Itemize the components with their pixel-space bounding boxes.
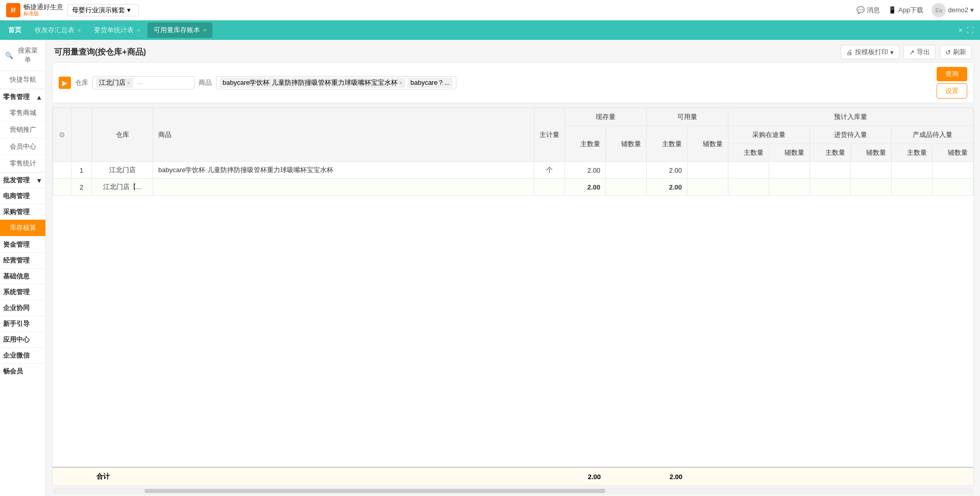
sidebar-section-retail[interactable]: 零售管理 ▲ bbox=[0, 89, 45, 105]
sidebar-section-app-center[interactable]: 应用中心 bbox=[0, 332, 45, 347]
sidebar-section-finance[interactable]: 资金管理 bbox=[0, 237, 45, 252]
sidebar-section-purchase[interactable]: 采购管理 bbox=[0, 204, 45, 220]
row2-production-aux bbox=[933, 179, 973, 196]
product-label: 商品 bbox=[199, 78, 212, 87]
nav-close-button[interactable]: × bbox=[959, 26, 963, 34]
row2-available-main: 2.00 bbox=[647, 179, 688, 196]
main-layout: 🔍 搜索菜单 快捷导航 零售管理 ▲ 零售商城 营销推广 会员中心 零售统计 批… bbox=[0, 40, 980, 496]
avatar: Ea bbox=[932, 3, 946, 17]
arrow-right-icon: ▶ bbox=[62, 79, 67, 87]
sidebar-section-wholesale[interactable]: 批发管理 ▼ bbox=[0, 172, 45, 188]
row2-production-main bbox=[892, 179, 933, 196]
page-header: 可用量查询(按仓库+商品) 🖨 按模板打印 ▾ ↗ 导出 ↺ 刷新 bbox=[46, 40, 980, 62]
nav-expand-button[interactable]: ⛶ bbox=[967, 26, 974, 34]
sidebar-item-retail-mall[interactable]: 零售商城 bbox=[0, 105, 45, 122]
th-available-aux: 辅数量 bbox=[688, 126, 728, 162]
row2-product bbox=[153, 179, 534, 196]
filter-toggle-button[interactable]: ▶ bbox=[59, 77, 71, 89]
content-area: 可用量查询(按仓库+商品) 🖨 按模板打印 ▾ ↗ 导出 ↺ 刷新 bbox=[46, 40, 980, 496]
table-container: ⚙ 仓库 商品 主计量 现存量 可用量 预计入库量 主数量 辅数量 主数量 bbox=[52, 107, 974, 467]
top-bar-left: 好 畅捷通好生意 标准版 母婴行业演示账套 ▾ bbox=[6, 3, 139, 17]
industry-select[interactable]: 母婴行业演示账套 ▾ bbox=[67, 4, 139, 16]
top-bar: 好 畅捷通好生意 标准版 母婴行业演示账套 ▾ 💬 消息 📱 App下载 Ea … bbox=[0, 0, 980, 20]
logo-area: 好 畅捷通好生意 标准版 bbox=[6, 3, 63, 17]
logo-text: 畅捷通好生意 标准版 bbox=[23, 3, 63, 17]
gear-icon[interactable]: ⚙ bbox=[59, 131, 65, 139]
sidebar-item-quick-nav[interactable]: 快捷导航 bbox=[0, 71, 45, 89]
sidebar-section-basic[interactable]: 基础信息 bbox=[0, 268, 45, 284]
table-footer: 合计 2.00 2.00 bbox=[52, 467, 974, 486]
message-button[interactable]: 💬 消息 bbox=[856, 6, 880, 15]
horizontal-scrollbar[interactable] bbox=[52, 488, 974, 494]
chevron-down-icon: ▾ bbox=[970, 6, 974, 14]
scroll-thumb[interactable] bbox=[144, 489, 605, 493]
settings-button[interactable]: 设置 bbox=[937, 83, 967, 99]
export-icon: ↗ bbox=[909, 49, 915, 56]
refresh-icon: ↺ bbox=[945, 49, 951, 56]
th-production-group: 产成品待入量 bbox=[892, 126, 973, 144]
sidebar: 🔍 搜索菜单 快捷导航 零售管理 ▲ 零售商城 营销推广 会员中心 零售统计 批… bbox=[0, 40, 46, 496]
export-button[interactable]: ↗ 导出 bbox=[903, 45, 936, 59]
query-button[interactable]: 查询 bbox=[937, 67, 967, 81]
tab-order-stat-close[interactable]: × bbox=[137, 27, 140, 33]
table-row: 1 江北门店 babycare学饮杯 儿童防摔防撞吸管杯重力球吸嘴杯宝宝水杯 个… bbox=[53, 162, 973, 179]
sidebar-item-retail-promotion[interactable]: 营销推广 bbox=[0, 122, 45, 138]
print-button[interactable]: 🖨 按模板打印 ▾ bbox=[841, 45, 899, 59]
product-tag-1: babycare学饮杯 儿童防摔防撞吸管杯重力球吸嘴杯宝宝水杯 × bbox=[219, 78, 405, 88]
th-gear: ⚙ bbox=[53, 108, 71, 162]
row2-incoming-aux bbox=[851, 179, 892, 196]
user-menu[interactable]: Ea demo2 ▾ bbox=[932, 3, 974, 17]
warehouse-filter-input[interactable]: 江北门店 × ··· bbox=[92, 76, 194, 89]
sidebar-section-ecom[interactable]: 电商管理 bbox=[0, 188, 45, 204]
tab-receivable-close[interactable]: × bbox=[78, 27, 81, 33]
tab-order-stat[interactable]: 要货单统计表 × bbox=[88, 22, 146, 38]
tab-receivable-label: 收发存汇总表 bbox=[35, 26, 75, 35]
row2-purchase-aux bbox=[769, 179, 810, 196]
th-available-main: 主数量 bbox=[647, 126, 688, 162]
chevron-down-icon: ▾ bbox=[127, 6, 131, 14]
row2-no: 2 bbox=[71, 179, 92, 196]
download-icon: 📱 bbox=[888, 6, 896, 14]
tab-receivable[interactable]: 收发存汇总表 × bbox=[29, 22, 87, 38]
product-filter-input[interactable]: babycare学饮杯 儿童防摔防撞吸管杯重力球吸嘴杯宝宝水杯 × babyca… bbox=[216, 76, 456, 89]
warehouse-tag-close[interactable]: × bbox=[127, 80, 130, 86]
logo-icon: 好 bbox=[6, 3, 20, 17]
top-bar-right: 💬 消息 📱 App下载 Ea demo2 ▾ bbox=[856, 3, 974, 17]
filter-more-indicator: ··· bbox=[135, 79, 145, 87]
product-tag-1-close[interactable]: × bbox=[399, 80, 402, 86]
th-no bbox=[71, 108, 92, 162]
tab-home[interactable]: 首页 bbox=[2, 22, 28, 38]
row1-production-aux bbox=[933, 162, 973, 179]
th-incoming-main: 主数量 bbox=[810, 144, 851, 162]
sidebar-section-newbie[interactable]: 新手引导 bbox=[0, 316, 45, 332]
row1-production-main bbox=[892, 162, 933, 179]
refresh-button[interactable]: ↺ 刷新 bbox=[940, 45, 972, 59]
row2-gear bbox=[53, 179, 71, 196]
tab-available-stock-label: 可用量库存账本 bbox=[154, 26, 200, 35]
search-icon: 🔍 bbox=[5, 52, 13, 59]
sidebar-item-retail-stat[interactable]: 零售统计 bbox=[0, 155, 45, 172]
search-menu-button[interactable]: 🔍 搜索菜单 bbox=[3, 44, 42, 66]
row2-stock-aux bbox=[606, 179, 647, 196]
sidebar-item-member-center[interactable]: 会员中心 bbox=[0, 138, 45, 155]
th-incoming-group: 进货待入量 bbox=[810, 126, 892, 144]
sidebar-section-sys[interactable]: 系统管理 bbox=[0, 284, 45, 300]
sidebar-item-inventory[interactable]: 库存核算 bbox=[0, 220, 45, 237]
row2-available-aux bbox=[688, 179, 728, 196]
row1-stock-aux bbox=[606, 162, 647, 179]
nav-tabs-right: × ⛶ bbox=[959, 26, 978, 34]
th-purchase-main: 主数量 bbox=[728, 144, 769, 162]
app-download-button[interactable]: 📱 App下载 bbox=[888, 6, 923, 15]
sidebar-section-corp-wechat[interactable]: 企业微信 bbox=[0, 347, 45, 363]
th-warehouse: 仓库 bbox=[92, 108, 153, 162]
row1-incoming-main bbox=[810, 162, 851, 179]
chevron-icon: ▼ bbox=[36, 177, 42, 184]
tab-available-stock[interactable]: 可用量库存账本 × bbox=[148, 22, 212, 38]
sidebar-section-ops[interactable]: 经营管理 bbox=[0, 252, 45, 268]
tab-home-label: 首页 bbox=[8, 26, 21, 35]
sidebar-section-corp[interactable]: 企业协同 bbox=[0, 300, 45, 316]
sidebar-section-vip[interactable]: 畅会员 bbox=[0, 363, 45, 379]
tab-available-stock-close[interactable]: × bbox=[203, 27, 206, 33]
th-stock-group: 现存量 bbox=[565, 108, 647, 126]
row1-purchase-main bbox=[728, 162, 769, 179]
